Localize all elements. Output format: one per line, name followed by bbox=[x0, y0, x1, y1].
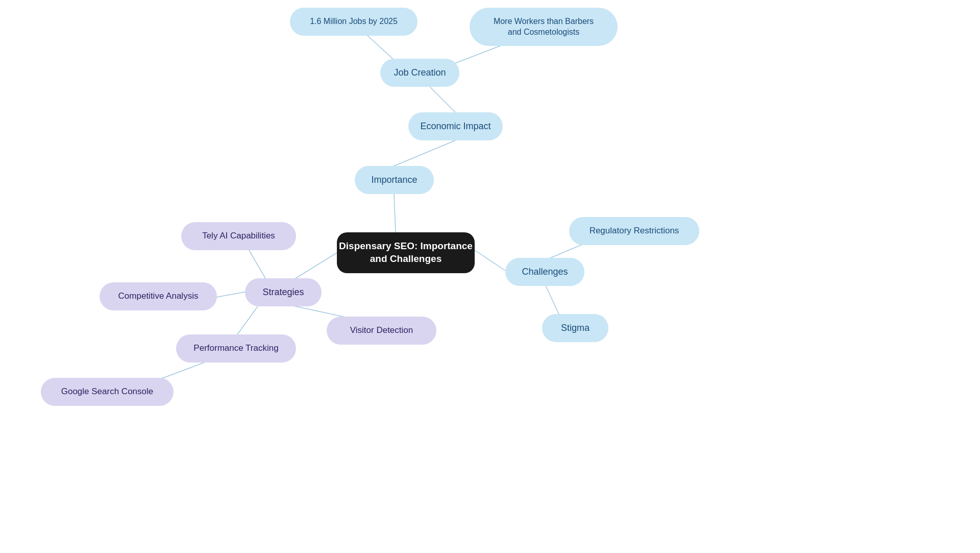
million-jobs-node: 1.6 Million Jobs by 2025 bbox=[290, 8, 418, 36]
stigma-node: Stigma bbox=[542, 314, 608, 342]
economic-impact-node: Economic Impact bbox=[408, 112, 503, 140]
challenges-node: Challenges bbox=[505, 258, 584, 286]
strategies-node: Strategies bbox=[245, 278, 322, 306]
regulatory-node: Regulatory Restrictions bbox=[569, 217, 699, 245]
job-creation-node: Job Creation bbox=[380, 59, 459, 87]
more-workers-node: More Workers than Barbers and Cosmetolog… bbox=[470, 8, 618, 46]
svg-line-7 bbox=[545, 283, 559, 314]
svg-line-5 bbox=[475, 250, 505, 271]
svg-line-11 bbox=[237, 306, 258, 334]
center-node: Dispensary SEO: Importance and Challenge… bbox=[337, 232, 475, 273]
google-console-node: Google Search Console bbox=[41, 378, 174, 406]
visitor-node: Visitor Detection bbox=[327, 317, 436, 345]
performance-node: Performance Tracking bbox=[176, 334, 296, 363]
svg-line-0 bbox=[394, 194, 396, 232]
svg-line-1 bbox=[394, 140, 455, 166]
importance-node: Importance bbox=[355, 166, 434, 194]
competitive-node: Competitive Analysis bbox=[100, 282, 217, 310]
tely-ai-node: Tely AI Capabilities bbox=[181, 222, 296, 250]
svg-line-2 bbox=[430, 87, 455, 112]
